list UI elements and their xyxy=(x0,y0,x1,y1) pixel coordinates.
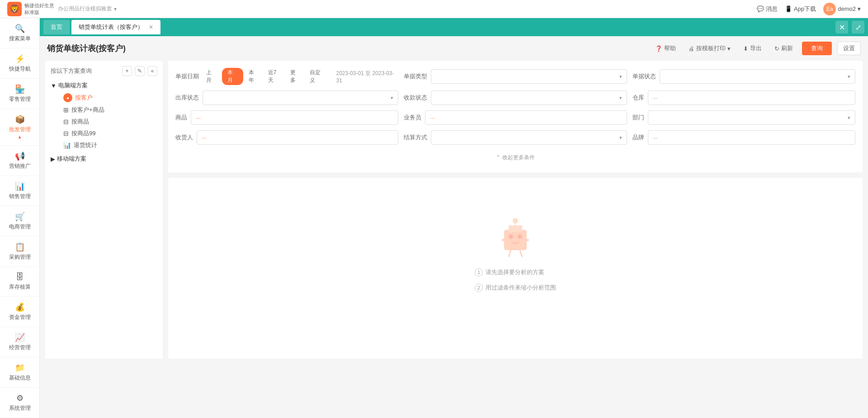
filter-goods-cell: 商品 ··· xyxy=(175,110,398,125)
scheme-item-by-customer-goods[interactable]: ⊞ 按客户+商品 xyxy=(51,104,157,116)
order-status-chevron: ▾ xyxy=(848,74,850,80)
date-tab-last-month[interactable]: 上月 xyxy=(203,68,220,85)
scheme-edit-button[interactable]: ✎ xyxy=(135,66,145,76)
sidebar-item-purchase[interactable]: 📋 采购管理 xyxy=(0,237,39,267)
tree-group-pc-title[interactable]: ▼ 电脑端方案 xyxy=(51,80,157,91)
order-status-select[interactable]: ▾ xyxy=(660,69,855,84)
consignee-label: 收货人 xyxy=(175,133,193,142)
settlement-select[interactable]: ▾ xyxy=(431,130,627,145)
tree-group-pc: ▼ 电脑端方案 ● 按客户 ⊞ 按客户+商品 xyxy=(51,80,157,151)
operation-icon: 📈 xyxy=(2,332,38,342)
sidebar-item-search[interactable]: 🔍 搜索菜单 xyxy=(0,18,39,48)
sidebar-item-retail[interactable]: 🏪 零售管理 xyxy=(0,79,39,109)
filter-order-status-cell: 单据状态 ▾ xyxy=(632,69,855,84)
settlement-label: 结算方式 xyxy=(404,133,427,142)
date-label: 单据日期 xyxy=(175,72,199,81)
date-tab-custom[interactable]: 自定义 xyxy=(306,68,329,85)
scheme-add-button[interactable]: + xyxy=(122,66,132,76)
user-menu[interactable]: Ea demo2 ▾ xyxy=(823,3,861,15)
sidebar-item-ecommerce[interactable]: 🛒 电商管理 xyxy=(0,206,39,237)
goods-label: 商品 xyxy=(175,114,187,122)
sidebar-item-sales[interactable]: 📊 销售管理 xyxy=(0,176,39,206)
sidebar-item-system[interactable]: ⚙ 系统管理 xyxy=(0,388,39,418)
salesperson-select[interactable]: ··· xyxy=(425,110,627,125)
scheme-item-by-goods-99[interactable]: ⊟ 按商品99 xyxy=(51,128,157,139)
brand-select[interactable]: ··· xyxy=(648,130,855,145)
scheme-item-return-stat[interactable]: 📊 退货统计 xyxy=(51,139,157,151)
sidebar-item-marketing[interactable]: 📢 营销推广 xyxy=(0,146,39,176)
scheme-collapse-button[interactable]: « xyxy=(147,66,157,76)
filter-order-type-cell: 单据类型 ▾ xyxy=(404,69,627,84)
tab-maximize-button[interactable]: ⤢ xyxy=(852,21,864,33)
scheme-item-by-customer[interactable]: ● 按客户 xyxy=(51,91,157,104)
app-download-button[interactable]: 📱 App下载 xyxy=(785,5,816,13)
filter-out-status-cell: 出库状态 ▾ xyxy=(175,90,398,105)
empty-tip-1: 1 请先选择要分析的方案 xyxy=(475,266,556,278)
filter-settlement-cell: 结算方式 ▾ xyxy=(404,130,627,145)
scheme-item-by-goods[interactable]: ⊟ 按商品 xyxy=(51,116,157,128)
payment-status-chevron: ▾ xyxy=(619,95,622,101)
template-print-button[interactable]: 🖨 按模板打印 ▾ xyxy=(685,43,734,54)
page-actions: ❓ 帮助 🖨 按模板打印 ▾ ⬇ 导出 ↻ xyxy=(651,42,861,55)
sidebar-item-wholesale[interactable]: 📦 批发管理 ▲ xyxy=(0,109,39,146)
date-tab-this-year[interactable]: 本年 xyxy=(245,68,263,85)
collapse-row: ⌃ 收起更多条件 xyxy=(175,150,855,165)
goods-select[interactable]: ··· xyxy=(191,110,398,125)
sidebar-item-operation[interactable]: 📈 经营管理 xyxy=(0,327,39,357)
brand-label: 品牌 xyxy=(632,133,644,142)
empty-illustration xyxy=(493,214,538,259)
main-split: 按以下方案查询 + ✎ « ▼ xyxy=(45,61,863,359)
svg-point-6 xyxy=(513,218,518,223)
out-status-select[interactable]: ▾ xyxy=(203,90,398,105)
svg-point-3 xyxy=(518,234,522,239)
export-icon: ⬇ xyxy=(743,45,748,52)
goods-icon: ⊟ xyxy=(63,118,69,125)
scheme-panel: 按以下方案查询 + ✎ « ▼ xyxy=(45,61,163,359)
filter-row-2: 出库状态 ▾ 收款状态 xyxy=(175,90,855,105)
filter-consignee-cell: 收货人 ··· xyxy=(175,130,398,145)
order-type-chevron: ▾ xyxy=(619,74,622,80)
help-button[interactable]: ❓ 帮助 xyxy=(651,43,679,54)
warehouse-select[interactable]: ··· xyxy=(648,90,855,105)
svg-rect-1 xyxy=(509,225,522,232)
filter-brand-cell: 品牌 ··· xyxy=(632,130,855,145)
download-icon: 📱 xyxy=(785,5,792,12)
tab-home[interactable]: 首页 xyxy=(43,20,70,34)
date-tab-7days[interactable]: 近7天 xyxy=(264,68,285,85)
warehouse-label: 仓库 xyxy=(632,94,644,102)
result-area: 1 请先选择要分析的方案 2 用过滤条件来缩小分析范围 xyxy=(168,178,863,359)
payment-status-select[interactable]: ▾ xyxy=(431,90,627,105)
tab-close-button[interactable]: ✕ xyxy=(149,24,153,30)
settings-button[interactable]: 设置 xyxy=(837,42,861,55)
inventory-icon: 🗄 xyxy=(2,272,38,282)
sidebar-item-quick-nav[interactable]: ⚡ 快捷导航 xyxy=(0,48,39,79)
date-tab-more[interactable]: 更多 xyxy=(287,68,304,85)
sidebar-item-inventory[interactable]: 🗄 库存核算 xyxy=(0,267,39,297)
settlement-chevron: ▾ xyxy=(619,135,622,141)
sidebar-item-finance[interactable]: 💰 资金管理 xyxy=(0,297,39,327)
date-tab-this-month[interactable]: 本月 xyxy=(222,68,243,85)
tab-minimize-button[interactable]: ✕ xyxy=(835,21,848,33)
sidebar-item-base[interactable]: 📁 基础信息 xyxy=(0,357,39,388)
tab-bar: 首页 销货单统计表（按客户） ✕ ✕ ⤢ xyxy=(40,18,868,36)
order-type-select[interactable]: ▾ xyxy=(431,69,627,84)
top-bar: 🦁 畅捷信好生意 标准版 办公用品行业模拟账套 ▾ 💬 消息 📱 App下载 xyxy=(0,0,868,18)
svg-point-2 xyxy=(509,234,513,239)
tree-group-mobile-title[interactable]: ▶ 移动端方案 xyxy=(51,153,157,165)
message-button[interactable]: 💬 消息 xyxy=(757,5,778,13)
top-bar-right: 💬 消息 📱 App下载 Ea demo2 ▾ xyxy=(757,3,861,15)
tab-sales-stat[interactable]: 销货单统计表（按客户） ✕ xyxy=(71,20,160,34)
retail-icon: 🏪 xyxy=(2,84,38,94)
print-icon: 🖨 xyxy=(689,45,694,52)
filter-date-cell: 单据日期 上月 本月 本年 近7天 更多 自定义 xyxy=(175,68,398,85)
refresh-button[interactable]: ↻ 刷新 xyxy=(771,43,797,54)
query-button[interactable]: 查询 xyxy=(802,42,832,55)
refresh-icon: ↻ xyxy=(774,45,779,52)
export-button[interactable]: ⬇ 导出 xyxy=(740,43,765,54)
filter-dept-cell: 部门 ▾ xyxy=(632,110,855,125)
dept-select[interactable]: ▾ xyxy=(648,110,855,125)
filter-row-4: 收货人 ··· 结算方式 ▾ xyxy=(175,130,855,145)
active-scheme-badge: ● xyxy=(63,93,72,102)
collapse-button[interactable]: ⌃ 收起更多条件 xyxy=(496,154,534,161)
consignee-select[interactable]: ··· xyxy=(197,130,398,145)
